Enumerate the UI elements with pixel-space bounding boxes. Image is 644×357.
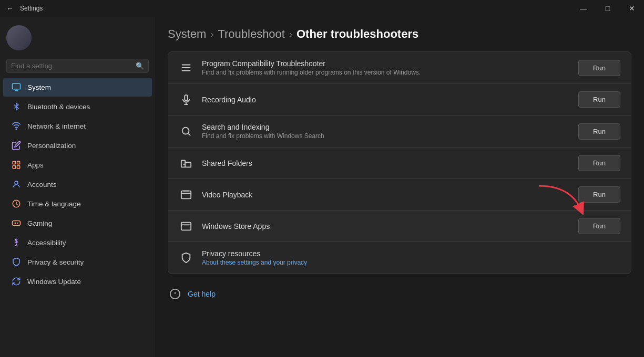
- shared-folders-icon: [179, 156, 193, 171]
- search-indexing-title: Search and Indexing: [202, 123, 570, 131]
- privacy-resources-item: Privacy resources About these settings a…: [168, 242, 631, 274]
- svg-rect-19: [185, 162, 191, 167]
- table-row: Recording Audio Run: [168, 84, 631, 116]
- sidebar-item-label-personalization: Personalization: [27, 142, 76, 150]
- titlebar-controls: — □ ✕: [571, 0, 644, 17]
- video-playback-text: Video Playback: [202, 191, 570, 199]
- svg-rect-13: [185, 94, 188, 100]
- sidebar-item-label-privacy: Privacy & security: [27, 258, 84, 266]
- recording-audio-text: Recording Audio: [202, 96, 570, 104]
- program-compat-title: Program Compatibility Troubleshooter: [202, 59, 570, 68]
- recording-audio-run-button[interactable]: Run: [578, 91, 620, 108]
- troubleshooter-list: Program Compatibility Troubleshooter Fin…: [168, 51, 631, 274]
- sidebar-item-personalization[interactable]: Personalization: [3, 136, 152, 155]
- recording-audio-icon: [179, 92, 193, 107]
- sidebar-item-accounts[interactable]: Accounts: [3, 175, 152, 194]
- windows-store-icon: [179, 219, 193, 234]
- svg-point-6: [15, 181, 18, 184]
- breadcrumb-system[interactable]: System: [168, 27, 206, 41]
- sidebar-item-label-accessibility: Accessibility: [27, 239, 66, 247]
- sidebar-item-label-update: Windows Update: [27, 278, 81, 286]
- sidebar-item-time[interactable]: Time & language: [3, 194, 152, 213]
- sidebar-item-accessibility[interactable]: Accessibility: [3, 233, 152, 252]
- get-help-section: Get help: [168, 285, 631, 303]
- table-row: Search and Indexing Find and fix problem…: [168, 116, 631, 148]
- search-indexing-text: Search and Indexing Find and fix problem…: [202, 123, 570, 140]
- search-indexing-icon: [179, 124, 193, 139]
- update-icon: [12, 277, 21, 286]
- recording-audio-title: Recording Audio: [202, 96, 570, 104]
- table-row: Program Compatibility Troubleshooter Fin…: [168, 52, 631, 84]
- sidebar-item-label-network: Network & internet: [27, 122, 86, 130]
- privacy-resources-title: Privacy resources: [202, 249, 620, 258]
- accessibility-icon: [12, 238, 21, 247]
- gaming-icon: [12, 218, 21, 228]
- search-indexing-desc: Find and fix problems with Windows Searc…: [202, 132, 570, 140]
- sidebar-item-privacy[interactable]: Privacy & security: [3, 253, 152, 271]
- breadcrumb-current: Other troubleshooters: [297, 27, 418, 41]
- content-area: System › Troubleshoot › Other troublesho…: [155, 17, 644, 357]
- shared-folders-run-button[interactable]: Run: [578, 155, 620, 171]
- table-row: Shared Folders Run: [168, 148, 631, 179]
- sidebar-item-apps[interactable]: Apps: [3, 155, 152, 174]
- sidebar-item-bluetooth[interactable]: Bluetooth & devices: [3, 97, 152, 116]
- sidebar-item-label-accounts: Accounts: [27, 181, 57, 188]
- sidebar-item-system[interactable]: System: [3, 78, 152, 97]
- svg-point-16: [182, 128, 189, 134]
- sidebar-item-update[interactable]: Windows Update: [3, 272, 152, 291]
- table-row: Windows Store Apps Run: [168, 211, 631, 242]
- svg-rect-3: [17, 161, 20, 164]
- sidebar-item-network[interactable]: Network & internet: [3, 117, 152, 135]
- back-icon[interactable]: ←: [6, 4, 14, 13]
- sidebar: 🔍 System Bluetooth & devices Network: [0, 17, 155, 357]
- network-icon: [12, 121, 21, 131]
- svg-rect-8: [13, 221, 21, 226]
- svg-line-17: [188, 133, 190, 135]
- search-icon: 🔍: [136, 62, 144, 70]
- sidebar-item-label-gaming: Gaming: [27, 219, 52, 227]
- system-icon: [12, 82, 21, 92]
- get-help-icon: [168, 287, 182, 301]
- titlebar-left: ← Settings: [6, 4, 43, 13]
- windows-store-run-button[interactable]: Run: [578, 218, 620, 234]
- privacy-resources-icon: [179, 250, 193, 265]
- windows-store-title: Windows Store Apps: [202, 222, 570, 230]
- get-help-link[interactable]: Get help: [188, 290, 216, 298]
- search-box[interactable]: 🔍: [6, 59, 149, 73]
- svg-rect-2: [13, 161, 15, 164]
- program-compat-run-button[interactable]: Run: [578, 60, 620, 76]
- breadcrumb-troubleshoot[interactable]: Troubleshoot: [218, 27, 285, 41]
- svg-rect-0: [13, 83, 21, 89]
- program-compat-text: Program Compatibility Troubleshooter Fin…: [202, 59, 570, 76]
- titlebar-title: Settings: [20, 5, 43, 12]
- sidebar-item-gaming[interactable]: Gaming: [3, 214, 152, 233]
- breadcrumb-sep-2: ›: [289, 29, 292, 40]
- shared-folders-title: Shared Folders: [202, 159, 570, 167]
- minimize-button[interactable]: —: [571, 0, 596, 17]
- breadcrumb-sep-1: ›: [210, 29, 213, 40]
- accounts-icon: [12, 180, 21, 189]
- svg-rect-23: [181, 222, 191, 230]
- maximize-button[interactable]: □: [596, 0, 620, 17]
- breadcrumb: System › Troubleshoot › Other troublesho…: [168, 17, 631, 51]
- titlebar: ← Settings — □ ✕: [0, 0, 644, 17]
- privacy-resources-link[interactable]: About these settings and your privacy: [202, 259, 620, 266]
- privacy-icon: [12, 257, 21, 267]
- privacy-resources-text: Privacy resources About these settings a…: [202, 249, 620, 266]
- nav-list: System Bluetooth & devices Network & int…: [0, 77, 155, 291]
- svg-rect-20: [181, 191, 191, 198]
- windows-store-text: Windows Store Apps: [202, 222, 570, 230]
- avatar: [6, 25, 32, 50]
- search-indexing-run-button[interactable]: Run: [578, 123, 620, 140]
- apps-icon: [12, 160, 21, 170]
- sidebar-item-label-bluetooth: Bluetooth & devices: [27, 103, 90, 111]
- search-input[interactable]: [11, 62, 132, 70]
- user-section: [0, 17, 155, 57]
- bluetooth-icon: [12, 102, 21, 111]
- personalization-icon: [12, 141, 21, 150]
- close-button[interactable]: ✕: [620, 0, 644, 17]
- time-icon: [12, 199, 21, 208]
- svg-point-1: [16, 129, 17, 130]
- video-playback-run-button[interactable]: Run: [578, 186, 620, 203]
- sidebar-item-label-time: Time & language: [27, 200, 81, 208]
